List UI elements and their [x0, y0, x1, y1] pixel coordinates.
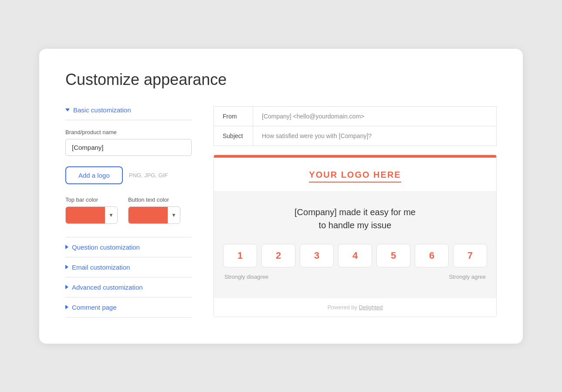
preview-card: YOUR LOGO HERE [Company] made it easy fo…: [213, 155, 497, 317]
delighted-link[interactable]: Delighted: [359, 304, 383, 311]
scale-row: 1 2 3 4 5 6 7: [223, 244, 488, 267]
button-text-color-picker[interactable]: ▼: [128, 206, 180, 224]
scale-btn-1[interactable]: 1: [223, 244, 257, 267]
logo-hint: PNG, JPG, GIF: [129, 172, 168, 179]
chevron-right-icon-1: [65, 265, 68, 269]
content-row: Basic customization Brand/product name A…: [65, 106, 497, 318]
brand-label: Brand/product name: [65, 129, 192, 135]
top-bar-color-picker[interactable]: ▼: [65, 206, 118, 224]
brand-field-group: Brand/product name: [65, 129, 192, 166]
comment-page-label: Comment page: [72, 304, 117, 311]
left-panel: Basic customization Brand/product name A…: [65, 106, 192, 318]
preview-question: [Company] made it easy for me to handle …: [223, 206, 488, 232]
question-customization-section[interactable]: Question customization: [65, 237, 192, 257]
email-customization-label: Email customization: [72, 264, 130, 271]
chevron-right-icon-0: [65, 245, 68, 249]
email-meta-table: From [Company] <hello@yourdomain.com> Su…: [213, 106, 497, 146]
advanced-customization-section[interactable]: Advanced customization: [65, 277, 192, 297]
footer-text: Powered by: [327, 304, 359, 311]
preview-footer: Powered by Delighted: [214, 297, 496, 317]
preview-body: [Company] made it easy for me to handle …: [214, 192, 496, 297]
scale-btn-2[interactable]: 2: [261, 244, 295, 267]
top-bar-color-group: Top bar color ▼: [65, 196, 118, 224]
subject-label: Subject: [214, 126, 253, 145]
logo-row: Add a logo PNG, JPG, GIF: [65, 166, 192, 184]
button-text-color-group: Button text color ▼: [128, 196, 180, 224]
main-card: Customize appearance Basic customization…: [39, 49, 523, 344]
email-customization-section[interactable]: Email customization: [65, 257, 192, 277]
from-label: From: [214, 106, 253, 126]
question-line1: [Company] made it easy for me: [295, 207, 416, 217]
scale-labels: Strongly disagree Strongly agree: [223, 274, 488, 280]
scale-btn-4[interactable]: 4: [338, 244, 372, 267]
chevron-right-icon-2: [65, 285, 68, 289]
basic-section-label: Basic customization: [73, 106, 131, 114]
scale-btn-7[interactable]: 7: [453, 244, 487, 267]
advanced-customization-label: Advanced customization: [72, 284, 143, 291]
question-line2: to handle my issue: [319, 220, 392, 230]
scale-label-right: Strongly agree: [449, 274, 486, 280]
top-bar-dropdown-arrow: ▼: [105, 212, 117, 218]
comment-page-section[interactable]: Comment page: [65, 297, 192, 318]
preview-logo-area: YOUR LOGO HERE: [214, 158, 496, 192]
scale-btn-6[interactable]: 6: [415, 244, 449, 267]
preview-logo-text: YOUR LOGO HERE: [309, 170, 401, 182]
scale-label-left: Strongly disagree: [224, 274, 268, 280]
brand-input[interactable]: [65, 139, 192, 156]
scale-btn-5[interactable]: 5: [376, 244, 410, 267]
from-value: [Company] <hello@yourdomain.com>: [253, 106, 497, 126]
top-bar-swatch: [66, 207, 105, 223]
basic-customization-header[interactable]: Basic customization: [65, 106, 192, 120]
button-text-label: Button text color: [128, 196, 180, 203]
right-panel: From [Company] <hello@yourdomain.com> Su…: [213, 106, 497, 318]
chevron-right-icon-3: [65, 305, 68, 309]
button-text-swatch: [129, 207, 168, 223]
add-logo-button[interactable]: Add a logo: [65, 166, 123, 184]
from-row: From [Company] <hello@yourdomain.com>: [214, 106, 497, 126]
button-text-dropdown-arrow: ▼: [168, 212, 180, 218]
chevron-down-icon: [65, 108, 70, 112]
subject-value: How satisfied were you with [Company]?: [253, 126, 497, 145]
top-bar-label: Top bar color: [65, 196, 118, 203]
color-row: Top bar color ▼ Button text color ▼: [65, 196, 192, 224]
question-customization-label: Question customization: [72, 243, 140, 251]
subject-row: Subject How satisfied were you with [Com…: [214, 126, 497, 145]
page-title: Customize appearance: [65, 71, 497, 89]
scale-btn-3[interactable]: 3: [300, 244, 334, 267]
